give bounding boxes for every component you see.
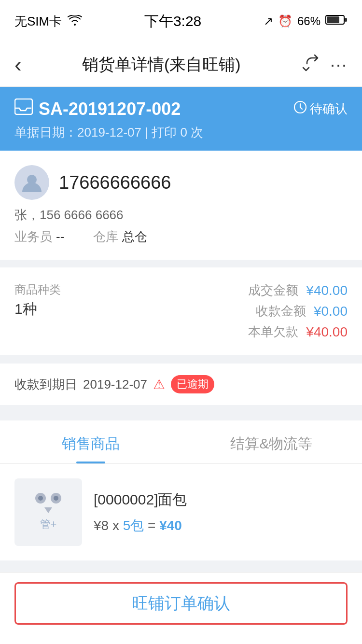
page-title: 销货单详情(来自旺铺) [82,54,241,76]
location-icon: ↗ [264,14,273,28]
received-amount-row: 收款金额 ¥0.00 [256,303,348,320]
equals-sign: = [148,518,155,533]
order-id-row: SA-20191207-002 [14,98,181,119]
customer-name: 张，156 6666 6666 [14,207,348,224]
alarm-icon: ⏰ [278,14,292,28]
battery-icon [325,14,348,28]
nav-bar: ‹ 销货单详情(来自旺铺) ··· [0,42,362,87]
owl-logo: 管+ [35,493,61,532]
overdue-date: 2019-12-07 [83,377,147,392]
order-status: 待确认 [293,100,348,117]
status-bar: 无SIM卡 下午3:28 ↗ ⏰ 66% [0,0,362,42]
battery-label: 66% [297,14,320,28]
warehouse-value: 总仓 [122,228,147,245]
overdue-label: 收款到期日 [14,376,77,393]
status-text: 待确认 [310,100,348,117]
status-bar-time: 下午3:28 [144,12,201,31]
divider-2 [0,355,362,363]
quantity: 5包 [123,518,144,533]
multiply-sign: x [112,518,119,533]
received-amount-value: ¥0.00 [314,304,348,319]
product-item: 管+ [0000002]面包 ¥8 x 5包 = ¥40 [0,464,362,560]
wifi-icon [68,14,82,29]
owed-amount-row: 本单欠款 ¥40.00 [248,323,348,340]
order-id-text: SA-20191207-002 [39,99,181,119]
salesperson-item: 业务员 -- [14,228,64,245]
status-bar-right: ↗ ⏰ 66% [264,14,348,28]
overdue-badge: 已逾期 [171,375,214,393]
overdue-section: 收款到期日 2019-12-07 ⚠ 已逾期 [0,364,362,405]
overdue-warning-icon: ⚠ [153,377,165,392]
avatar [14,165,49,200]
tab-sales-goods[interactable]: 销售商品 [0,420,181,463]
owl-plus: 管+ [40,517,57,532]
product-info: [0000002]面包 ¥8 x 5包 = ¥40 [94,490,348,535]
svg-rect-3 [15,99,32,114]
owed-amount-label: 本单欠款 [248,323,298,340]
share-icon[interactable] [301,54,319,75]
warehouse-label: 仓库 [93,228,118,245]
order-banner: SA-20191207-002 待确认 单据日期：2019-12-07 | 打印… [0,87,362,151]
owed-amount-value: ¥40.00 [306,324,348,340]
salesperson-value: -- [56,229,64,244]
salesperson-label: 业务员 [14,228,52,245]
svg-rect-2 [345,18,347,22]
transaction-amount-value: ¥40.00 [306,283,348,298]
confirm-order-button[interactable]: 旺铺订单确认 [14,582,348,625]
product-type-value: 1种 [14,299,61,319]
tab-settlement-logistics[interactable]: 结算&物流等 [181,420,362,463]
customer-phone: 17666666666 [59,172,171,193]
summary-section: 商品种类 1种 成交金额 ¥40.00 收款金额 ¥0.00 本单欠款 ¥40.… [0,267,362,355]
back-button[interactable]: ‹ [14,53,22,77]
customer-section: 17666666666 张，156 6666 6666 业务员 -- 仓库 总仓 [0,151,362,260]
bottom-area: 旺铺订单确认 [0,572,362,644]
divider-1 [0,260,362,267]
customer-meta: 业务员 -- 仓库 总仓 [14,228,348,245]
unit-price: ¥8 [94,518,109,533]
status-bar-left: 无SIM卡 [14,13,82,30]
inbox-icon [14,98,33,119]
transaction-amount-label: 成交金额 [248,282,298,299]
warehouse-item: 仓库 总仓 [93,228,147,245]
clock-icon [293,100,307,117]
amount-info: 成交金额 ¥40.00 收款金额 ¥0.00 本单欠款 ¥40.00 [248,282,348,340]
product-type-info: 商品种类 1种 [14,282,61,319]
more-icon[interactable]: ··· [330,55,348,75]
order-date: 单据日期：2019-12-07 | 打印 0 次 [14,124,348,141]
svg-rect-1 [327,16,339,23]
transaction-amount-row: 成交金额 ¥40.00 [248,282,348,299]
received-amount-label: 收款金额 [256,303,306,320]
total-price: ¥40 [159,518,182,533]
product-type-label: 商品种类 [14,282,61,297]
product-name: [0000002]面包 [94,490,348,510]
tabs-section: 销售商品 结算&物流等 管+ [0000002]面包 ¥8 x 5包 = [0,420,362,560]
product-thumbnail: 管+ [14,478,82,546]
tabs-row: 销售商品 结算&物流等 [0,420,362,464]
product-price-row: ¥8 x 5包 = ¥40 [94,517,348,535]
nav-icons: ··· [301,54,348,75]
divider-3 [0,405,362,413]
carrier-label: 无SIM卡 [14,13,62,30]
